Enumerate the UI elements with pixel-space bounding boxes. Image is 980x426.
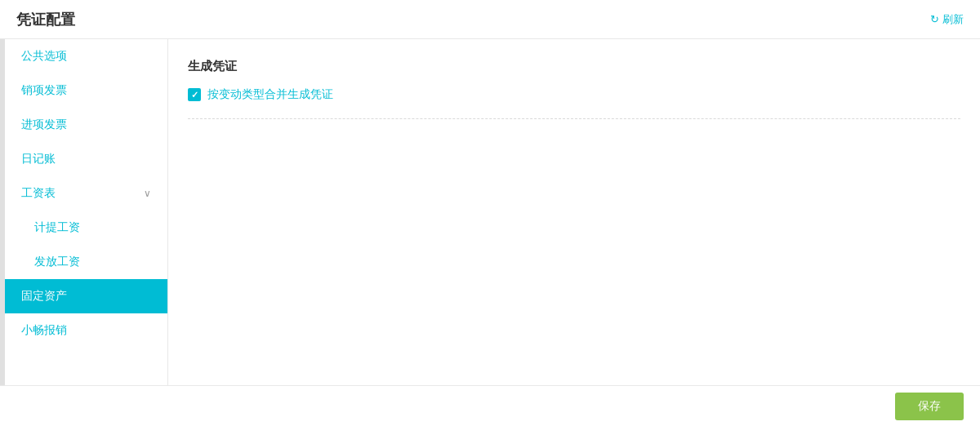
- content-panel: 生成凭证 按变动类型合并生成凭证: [168, 39, 980, 385]
- sidebar-item-label: 小畅报销: [21, 323, 67, 338]
- sidebar-item-label: 固定资产: [21, 289, 67, 304]
- section-title: 生成凭证: [188, 59, 960, 74]
- sidebar-item-payroll-table[interactable]: 工资表∨: [5, 176, 167, 211]
- main-content: 公共选项销项发票进项发票日记账工资表∨计提工资发放工资固定资产小畅报销 生成凭证…: [0, 39, 980, 385]
- sidebar-item-fixed-assets[interactable]: 固定资产: [5, 279, 167, 313]
- page-title: 凭证配置: [16, 10, 75, 29]
- sidebar: 公共选项销项发票进项发票日记账工资表∨计提工资发放工资固定资产小畅报销: [5, 39, 168, 385]
- sidebar-item-label: 进项发票: [21, 118, 67, 132]
- refresh-label: 刷新: [942, 12, 964, 27]
- save-button[interactable]: 保存: [895, 393, 964, 420]
- sidebar-item-label: 日记账: [21, 152, 56, 166]
- section-divider: [188, 118, 960, 119]
- chevron-down-icon: ∨: [144, 188, 151, 199]
- sidebar-item-paid-wages[interactable]: 发放工资: [5, 245, 167, 279]
- merge-by-type-row: 按变动类型合并生成凭证: [188, 87, 960, 102]
- sidebar-item-label: 计提工资: [34, 220, 80, 235]
- sidebar-item-accrued-wages[interactable]: 计提工资: [5, 211, 167, 245]
- sidebar-item-label: 发放工资: [34, 255, 80, 269]
- sidebar-item-public-options[interactable]: 公共选项: [5, 39, 167, 73]
- sidebar-item-label: 销项发票: [21, 83, 67, 98]
- refresh-button[interactable]: ↻ 刷新: [930, 12, 964, 27]
- sidebar-item-sales-invoice[interactable]: 销项发票: [5, 73, 167, 108]
- sidebar-item-purchase-invoice[interactable]: 进项发票: [5, 108, 167, 142]
- sidebar-item-expense-report[interactable]: 小畅报销: [5, 313, 167, 348]
- merge-by-type-checkbox[interactable]: [188, 88, 201, 101]
- page-header: 凭证配置 ↻ 刷新: [0, 0, 980, 39]
- sidebar-item-journal[interactable]: 日记账: [5, 142, 167, 176]
- page-footer: 保存: [0, 385, 980, 426]
- sidebar-item-label: 公共选项: [21, 49, 67, 64]
- sidebar-item-label: 工资表: [21, 186, 56, 201]
- refresh-icon: ↻: [930, 13, 939, 25]
- merge-by-type-label: 按变动类型合并生成凭证: [207, 87, 333, 102]
